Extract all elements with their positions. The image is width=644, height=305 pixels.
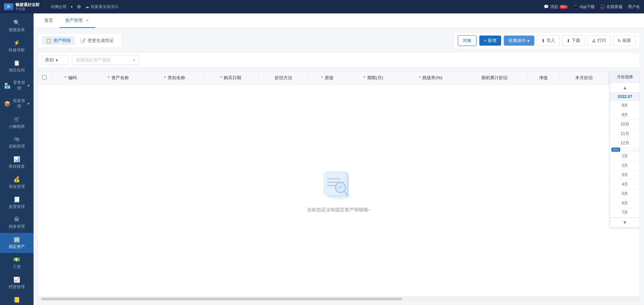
- year-2023-badge: 2023: [611, 148, 620, 152]
- month-item-2023-5[interactable]: 5月: [610, 189, 640, 199]
- sidebar-label-finance: 资金管理: [9, 184, 25, 190]
- sub-tabs-toolbar-row: 📋 资产明细 📝 变更生成凭证 对账 + 新增 批量操作 ▾: [38, 32, 640, 49]
- th-period: * 期限(月): [347, 71, 400, 85]
- batch-dropdown-icon: ▾: [527, 38, 530, 43]
- app-download-btn[interactable]: 📱 App下载: [573, 4, 595, 10]
- tab-asset-management[interactable]: 资产管理 ✕: [60, 13, 95, 28]
- category-select[interactable]: 类别 ▾: [42, 55, 69, 65]
- month-item-10[interactable]: 10月: [610, 120, 640, 129]
- month-item-2023-4[interactable]: 4月: [610, 180, 640, 189]
- online-service-btn[interactable]: 🎧 在线客服: [600, 4, 623, 10]
- message-label: 消息: [550, 4, 558, 10]
- sidebar-label-wholesale: 批发管理: [12, 98, 26, 109]
- sidebar-item-ledger[interactable]: 📒 总账管理: [0, 293, 34, 305]
- sidebar-item-salary[interactable]: 💵 工资: [0, 253, 34, 273]
- table-container: * 编码 * 资产名称 * 类别名称: [38, 71, 640, 301]
- month-picker-up-btn[interactable]: ▲: [621, 84, 629, 91]
- print-icon: 🖨: [592, 38, 596, 43]
- company-dropdown-icon[interactable]: ▾: [71, 5, 73, 9]
- main-layout: 🔍 搜索菜单 ⚡ 快捷导航 📋 项目合同 🏪 零售管理 ▾ 📦 批发管理 ▾ 🛒…: [0, 13, 644, 305]
- ecommerce-icon: 🛒: [13, 116, 20, 122]
- th-category-name: * 类别名称: [146, 71, 203, 85]
- app-edition: 专业版: [15, 7, 40, 11]
- sub-tab-change-voucher[interactable]: 📝 变更生成凭证: [76, 36, 118, 45]
- download-label: 下载: [572, 38, 580, 44]
- settings-icon[interactable]: ⚙: [77, 4, 81, 9]
- filter-bar: 类别 ▾ 选择固定资产类别 ▾: [38, 52, 640, 68]
- month-item-2023-3[interactable]: 3月: [610, 170, 640, 180]
- salary-icon: 💵: [13, 256, 20, 263]
- month-item-2022-header: 2022.07: [610, 93, 640, 101]
- th-code: * 编码: [51, 71, 90, 85]
- sidebar-item-wholesale[interactable]: 📦 批发管理 ▾: [0, 95, 34, 113]
- sidebar-label-project: 项目合同: [9, 67, 25, 73]
- top-bar: Ai 畅捷通好业财 专业版 示例公司 ▾ ⚙ ☁ 我要看实例演示 💬 消息 99…: [0, 0, 644, 13]
- month-item-8[interactable]: 8月: [610, 101, 640, 110]
- app-name: 畅捷通好业财: [15, 2, 40, 7]
- app-logo: Ai 畅捷通好业财 专业版: [4, 2, 40, 11]
- svg-rect-4: [327, 178, 340, 180]
- tab-close-icon[interactable]: ✕: [85, 18, 90, 23]
- tab-home[interactable]: 首页: [39, 13, 58, 28]
- scrollbar-thumb[interactable]: [41, 298, 402, 300]
- import-icon: ⬆: [541, 38, 545, 43]
- company-name[interactable]: 示例公司: [51, 4, 67, 10]
- sub-tab-asset-detail[interactable]: 📋 资产明细: [42, 36, 75, 45]
- sub-tab-asset-detail-label: 资产明细: [53, 38, 71, 44]
- wholesale-icon: 📦: [4, 101, 11, 107]
- sidebar-item-retail[interactable]: 🏪 零售管理 ▾: [0, 77, 34, 95]
- sidebar-item-inventory[interactable]: 📊 库存核算: [0, 153, 34, 173]
- month-item-2023-2[interactable]: 2月: [610, 161, 640, 170]
- month-item-12[interactable]: 12月: [610, 139, 640, 148]
- category-placeholder-select[interactable]: 选择固定资产类别 ▾: [72, 55, 139, 65]
- app-download-label: App下载: [580, 4, 595, 10]
- download-button[interactable]: ⬇ 下载: [562, 35, 585, 46]
- month-item-11[interactable]: 11月: [610, 129, 640, 139]
- message-btn[interactable]: 💬 消息 99+: [544, 4, 568, 10]
- sidebar-item-ecommerce[interactable]: 🛒 小畅电商: [0, 113, 34, 133]
- sidebar-item-purchase[interactable]: 🛍 采购管理: [0, 133, 34, 153]
- month-item-2023-1[interactable]: 1月: [610, 152, 640, 161]
- table-scrollbar[interactable]: [38, 297, 640, 301]
- user-name[interactable]: 用户名: [628, 4, 640, 10]
- empty-text: 当前您还没有固定资产明细哦~: [307, 207, 371, 213]
- sidebar-item-project[interactable]: 📋 项目合同: [0, 56, 34, 77]
- table-area: * 编码 * 资产名称 * 类别名称: [38, 71, 640, 301]
- month-picker-header: 月份选择: [610, 71, 640, 83]
- sidebar-item-tax[interactable]: 🏛 税务管理: [0, 213, 34, 233]
- sidebar-item-operations[interactable]: 📈 经营管理: [0, 273, 34, 293]
- th-accumulated-depreciation: 期初累计折旧: [461, 71, 528, 85]
- sidebar-label-retail: 零售管理: [12, 80, 26, 91]
- reconcile-button[interactable]: 对账: [458, 35, 477, 46]
- quick-nav-icon: ⚡: [13, 40, 20, 46]
- add-button[interactable]: + 新增: [479, 36, 501, 46]
- finance-icon: 💰: [13, 176, 20, 183]
- batch-button[interactable]: 批量操作 ▾: [504, 36, 534, 46]
- retail-icon: 🏪: [4, 83, 11, 89]
- refresh-icon: ↻: [618, 38, 621, 43]
- month-item-2023-6[interactable]: 6月: [610, 199, 640, 208]
- refresh-button[interactable]: ↻ 刷新: [613, 35, 636, 46]
- month-picker-down-btn[interactable]: ▼: [623, 220, 627, 225]
- cloud-icon: ☁: [85, 4, 89, 9]
- print-button[interactable]: 🖨 打印: [587, 35, 610, 46]
- sidebar-label-quick-nav: 快捷导航: [9, 47, 25, 53]
- select-all-checkbox[interactable]: [42, 75, 47, 80]
- sidebar-item-quick-nav[interactable]: ⚡ 快捷导航: [0, 36, 34, 56]
- search-icon: 🔍: [13, 19, 20, 26]
- sidebar-item-fixed-assets[interactable]: 🏢 固定资产: [0, 233, 34, 253]
- sidebar: 🔍 搜索菜单 ⚡ 快捷导航 📋 项目合同 🏪 零售管理 ▾ 📦 批发管理 ▾ 🛒…: [0, 13, 34, 305]
- headset-icon: 🎧: [600, 4, 605, 9]
- th-purchase-date: * 购买日期: [203, 71, 259, 85]
- import-button[interactable]: ⬆ 导入: [537, 35, 559, 46]
- month-item-9[interactable]: 9月: [610, 110, 640, 120]
- retail-arrow-icon: ▾: [28, 83, 30, 88]
- sidebar-item-invoice[interactable]: 🧾 发票管理: [0, 193, 34, 213]
- category-label: 类别: [45, 57, 54, 63]
- sidebar-item-finance[interactable]: 💰 资金管理: [0, 173, 34, 193]
- month-item-2023-7[interactable]: 7月: [610, 208, 640, 217]
- sidebar-item-search[interactable]: 🔍 搜索菜单: [0, 16, 34, 36]
- month-item-2023-badge: 2023: [610, 148, 640, 152]
- ledger-icon: 📒: [13, 297, 20, 303]
- demo-link[interactable]: ☁ 我要看实例演示: [85, 4, 119, 10]
